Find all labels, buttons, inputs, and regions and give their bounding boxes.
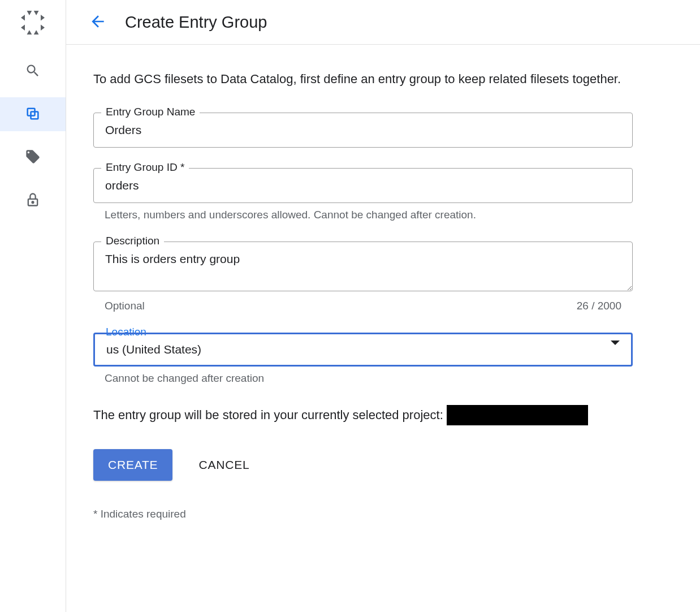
location-select[interactable]: us (United States) bbox=[93, 333, 633, 367]
description-char-count: 26 / 2000 bbox=[577, 300, 621, 312]
project-id-redacted bbox=[447, 405, 588, 425]
intro-text: To add GCS filesets to Data Catalog, fir… bbox=[93, 70, 633, 89]
nav-tags[interactable] bbox=[0, 140, 66, 174]
create-button[interactable]: CREATE bbox=[93, 449, 172, 481]
lock-icon bbox=[25, 192, 41, 209]
arrow-left-icon bbox=[89, 12, 107, 32]
product-logo bbox=[17, 7, 49, 38]
project-info-text: The entry group will be stored in your c… bbox=[93, 408, 443, 423]
project-info: The entry group will be stored in your c… bbox=[93, 405, 633, 425]
location-field: Location us (United States) bbox=[93, 333, 633, 367]
cancel-button[interactable]: CANCEL bbox=[198, 458, 249, 472]
description-input[interactable] bbox=[93, 242, 633, 291]
description-field: Description bbox=[93, 242, 633, 293]
search-icon bbox=[25, 63, 41, 80]
required-note: * Indicates required bbox=[93, 508, 633, 520]
entry-group-name-label: Entry Group Name bbox=[101, 106, 200, 118]
nav-security[interactable] bbox=[0, 183, 66, 217]
page-title: Create Entry Group bbox=[125, 13, 267, 32]
entry-group-id-field: Entry Group ID * bbox=[93, 168, 633, 203]
main-content: Create Entry Group To add GCS filesets t… bbox=[66, 0, 700, 612]
tag-icon bbox=[25, 149, 41, 166]
nav-search[interactable] bbox=[0, 54, 66, 88]
sidebar bbox=[0, 0, 66, 612]
form-actions: CREATE CANCEL bbox=[93, 449, 633, 481]
back-button[interactable] bbox=[89, 12, 107, 32]
entry-groups-icon bbox=[25, 106, 41, 123]
description-label: Description bbox=[101, 235, 164, 247]
location-value: us (United States) bbox=[106, 343, 201, 356]
page-header: Create Entry Group bbox=[66, 0, 700, 45]
location-hint: Cannot be changed after creation bbox=[93, 372, 633, 385]
description-hint-optional: Optional bbox=[105, 300, 145, 312]
svg-point-3 bbox=[32, 201, 34, 203]
entry-group-name-field: Entry Group Name bbox=[93, 113, 633, 148]
entry-group-id-hint: Letters, numbers and underscores allowed… bbox=[93, 209, 633, 221]
nav-entry-groups[interactable] bbox=[0, 97, 66, 131]
entry-group-id-label: Entry Group ID * bbox=[101, 161, 189, 174]
chevron-down-icon bbox=[611, 345, 620, 354]
